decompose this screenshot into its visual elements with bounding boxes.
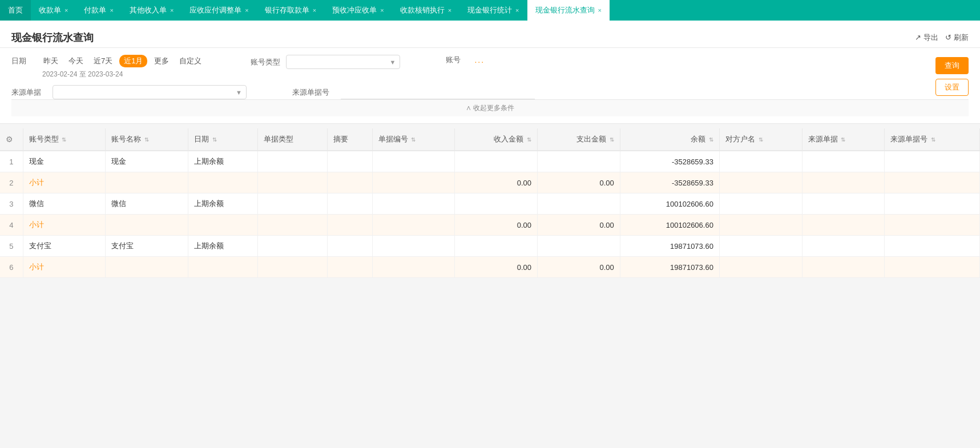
page-header: 现金银行流水查询 ↗ 导出 ↺ 刷新 xyxy=(0,21,980,48)
date-opt-yesterday[interactable]: 昨天 xyxy=(40,55,62,67)
cell-account-type: 小计 xyxy=(23,215,106,236)
source-doc-num-input[interactable] xyxy=(341,86,535,99)
col-label: 余额 xyxy=(691,135,705,143)
close-icon[interactable]: × xyxy=(313,0,316,21)
sort-icon[interactable]: ⇅ xyxy=(709,136,713,143)
cell-date: 上期余额 xyxy=(188,236,258,257)
account-dots[interactable]: ... xyxy=(474,55,485,64)
table-row: 4小计0.000.00100102606.60 xyxy=(0,215,980,236)
query-button[interactable]: 查询 xyxy=(935,57,969,74)
cell-account-name xyxy=(106,215,188,236)
col-gear[interactable]: ⚙ xyxy=(0,128,23,151)
nav-tab-fukuandan[interactable]: 付款单 × xyxy=(76,0,121,21)
nav-tab-shoukuandan[interactable]: 收款单 × xyxy=(31,0,76,21)
cell-income: 0.00 xyxy=(455,172,538,193)
col-label: 日期 xyxy=(194,135,209,143)
sort-icon[interactable]: ⇅ xyxy=(610,136,614,143)
col-label: 收入金额 xyxy=(494,135,523,143)
date-opt-more[interactable]: 更多 xyxy=(151,55,172,67)
date-opt-1month[interactable]: 近1月 xyxy=(119,55,147,67)
account-label: 账号 xyxy=(446,55,469,65)
header-actions: ↗ 导出 ↺ 刷新 xyxy=(915,33,969,43)
close-icon[interactable]: × xyxy=(110,0,113,21)
source-doc-select[interactable] xyxy=(53,85,247,99)
top-nav: 首页 收款单 × 付款单 × 其他收入单 × 应收应付调整单 × 银行存取款单 … xyxy=(0,0,980,21)
cell-income xyxy=(455,236,538,257)
table-area: ⚙ 账号类型 ⇅ 账号名称 ⇅ 日期 ⇅ 单据类型 摘要 xyxy=(0,128,980,278)
cell-source-doc xyxy=(802,257,885,278)
cell-source-doc-no xyxy=(885,257,980,278)
refresh-icon: ↺ xyxy=(945,33,951,42)
date-opt-custom[interactable]: 自定义 xyxy=(176,55,205,67)
refresh-label: 刷新 xyxy=(954,33,969,43)
col-summary: 摘要 xyxy=(328,128,373,151)
nav-tab-yingshoutiaozheng[interactable]: 应收应付调整单 × xyxy=(182,0,256,21)
sort-icon[interactable]: ⇅ xyxy=(931,136,935,143)
cell-account-name xyxy=(106,172,188,193)
sort-icon[interactable]: ⇅ xyxy=(759,136,763,143)
date-range-display: 2023-02-24 至 2023-03-24 xyxy=(42,70,123,78)
table-row: 1现金现金上期余额-3528659.33 xyxy=(0,151,980,172)
close-icon[interactable]: × xyxy=(64,0,68,21)
nav-tab-xianjintongji[interactable]: 现金银行统计 × xyxy=(459,0,527,21)
col-label: 单据编号 xyxy=(378,135,408,143)
collapse-bar[interactable]: ∧ 收起更多条件 xyxy=(11,99,969,116)
date-opt-today[interactable]: 今天 xyxy=(65,55,87,67)
cell-doc-no xyxy=(372,236,455,257)
nav-home[interactable]: 首页 xyxy=(0,0,31,21)
close-icon[interactable]: × xyxy=(515,0,519,21)
cell-balance: 100102606.60 xyxy=(620,215,719,236)
row-number: 4 xyxy=(0,215,23,236)
gear-icon[interactable]: ⚙ xyxy=(6,135,13,144)
sort-icon[interactable]: ⇅ xyxy=(841,136,845,143)
nav-tab-yinhangcunkuan[interactable]: 银行存取款单 × xyxy=(257,0,324,21)
account-type-select-wrapper: ▼ xyxy=(286,55,400,69)
cell-source-doc-no xyxy=(885,172,980,193)
close-icon[interactable]: × xyxy=(170,0,174,21)
table-row: 6小计0.000.0019871073.60 xyxy=(0,257,980,278)
table-row: 3微信微信上期余额100102606.60 xyxy=(0,193,980,215)
close-icon[interactable]: × xyxy=(245,0,248,21)
cell-doc-type xyxy=(258,172,328,193)
date-opt-7days[interactable]: 近7天 xyxy=(90,55,116,67)
sort-icon[interactable]: ⇅ xyxy=(411,136,416,143)
close-icon[interactable]: × xyxy=(448,0,451,21)
cell-doc-type xyxy=(258,151,328,172)
cell-balance: -3528659.33 xyxy=(620,172,719,193)
nav-tab-label: 现金银行流水查询 xyxy=(535,0,595,21)
refresh-button[interactable]: ↺ 刷新 xyxy=(945,33,969,43)
col-balance: 余额 ⇅ xyxy=(620,128,719,151)
sort-icon[interactable]: ⇅ xyxy=(62,136,66,143)
cell-account-type: 微信 xyxy=(23,193,106,215)
close-icon[interactable]: × xyxy=(598,0,602,21)
date-filter-label: 日期 xyxy=(11,56,34,66)
export-button[interactable]: ↗ 导出 xyxy=(915,33,938,43)
nav-tab-yushou[interactable]: 预收冲应收单 × xyxy=(324,0,392,21)
cell-source-doc-no xyxy=(885,193,980,215)
cell-doc-type xyxy=(258,193,328,215)
sort-icon[interactable]: ⇅ xyxy=(527,136,531,143)
nav-tab-label: 现金银行统计 xyxy=(467,0,512,21)
nav-tab-liushuichaxun[interactable]: 现金银行流水查询 × xyxy=(527,0,610,21)
cell-account-name xyxy=(106,257,188,278)
col-expense: 支出金额 ⇅ xyxy=(538,128,620,151)
sort-icon[interactable]: ⇅ xyxy=(144,136,149,143)
cell-counterpart xyxy=(719,236,802,257)
col-source-doc: 来源单据 ⇅ xyxy=(802,128,885,151)
account-type-select[interactable] xyxy=(286,55,400,69)
col-label: 来源单据 xyxy=(808,135,838,143)
nav-tab-shoukuanhexiao[interactable]: 收款核销执行 × xyxy=(392,0,459,21)
table-row: 5支付宝支付宝上期余额19871073.60 xyxy=(0,236,980,257)
cell-doc-type xyxy=(258,215,328,236)
cell-date xyxy=(188,257,258,278)
sort-icon[interactable]: ⇅ xyxy=(212,136,217,143)
nav-tab-qitashouru[interactable]: 其他收入单 × xyxy=(122,0,182,21)
close-icon[interactable]: × xyxy=(380,0,384,21)
cell-expense: 0.00 xyxy=(538,215,620,236)
cell-doc-no xyxy=(372,172,455,193)
settings-button[interactable]: 设置 xyxy=(935,79,969,96)
source-doc-num-label: 来源单据号 xyxy=(292,87,329,98)
row-number: 1 xyxy=(0,151,23,172)
col-date: 日期 ⇅ xyxy=(188,128,258,151)
col-income: 收入金额 ⇅ xyxy=(455,128,538,151)
